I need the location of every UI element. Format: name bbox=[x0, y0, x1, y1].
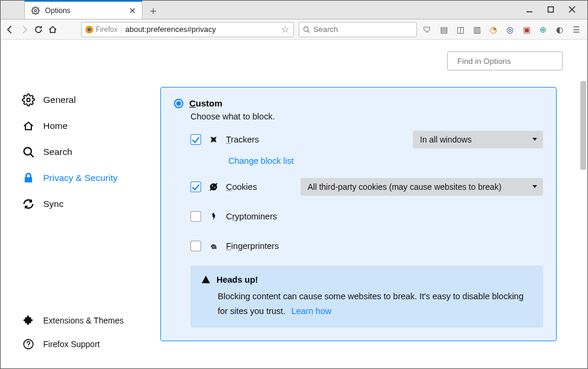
link-extensions[interactable]: Extensions & Themes bbox=[22, 314, 148, 327]
cryptominer-icon bbox=[208, 211, 219, 222]
scrollbar[interactable] bbox=[580, 40, 586, 368]
cookie-icon bbox=[208, 182, 219, 192]
checkbox-trackers[interactable] bbox=[190, 134, 201, 145]
help-icon bbox=[22, 338, 35, 351]
home-icon bbox=[22, 119, 35, 132]
svg-point-7 bbox=[304, 27, 309, 31]
svg-point-18 bbox=[214, 187, 215, 188]
warning-icon bbox=[201, 275, 211, 284]
puzzle-icon bbox=[22, 314, 35, 327]
change-block-list-link[interactable]: Change block list bbox=[228, 156, 293, 166]
category-sync[interactable]: Sync bbox=[22, 191, 148, 217]
category-label: Home bbox=[43, 121, 67, 131]
chevron-down-icon bbox=[532, 138, 537, 141]
trackers-label: TrackersTrackers bbox=[226, 135, 259, 144]
checkbox-cookies[interactable] bbox=[190, 182, 201, 192]
gear-icon bbox=[31, 6, 40, 15]
extension-icon[interactable]: 🛡 bbox=[422, 24, 432, 35]
link-support[interactable]: Firefox Support bbox=[22, 338, 148, 351]
extension-icon[interactable]: ◎ bbox=[505, 24, 515, 35]
chevron-down-icon bbox=[532, 185, 537, 188]
checkbox-cryptominers[interactable] bbox=[190, 211, 201, 222]
category-general[interactable]: General bbox=[22, 87, 148, 113]
cookies-dropdown[interactable]: All third-party cookies (may cause websi… bbox=[301, 178, 543, 196]
trackers-dropdown[interactable]: In all windows bbox=[413, 131, 543, 148]
link-label: Firefox Support bbox=[43, 339, 100, 349]
svg-point-15 bbox=[28, 347, 28, 347]
radio-custom[interactable] bbox=[174, 99, 183, 108]
cryptominers-label: CryptominersCryptominers bbox=[226, 212, 277, 221]
svg-point-0 bbox=[34, 9, 37, 12]
learn-how-link[interactable]: Learn how bbox=[291, 306, 331, 316]
app-menu-button[interactable]: ☰ bbox=[571, 24, 581, 35]
svg-line-8 bbox=[308, 31, 309, 33]
preferences-page: General Home Search Privacy & Security S… bbox=[1, 40, 587, 368]
category-label: Privacy & Security bbox=[43, 173, 118, 183]
category-label: General bbox=[43, 95, 76, 105]
heads-up-body: Blocking content can cause some websites… bbox=[218, 292, 524, 316]
main-panel: CCustomustom Choose what to block. Track… bbox=[148, 40, 587, 368]
url-bar[interactable]: Firefox ☆ bbox=[81, 22, 294, 37]
extension-icon[interactable]: ▤ bbox=[438, 24, 449, 35]
reload-button[interactable] bbox=[34, 23, 43, 36]
category-label: Search bbox=[43, 147, 72, 157]
find-input[interactable] bbox=[457, 57, 557, 66]
custom-heading: CCustomustom bbox=[189, 98, 222, 108]
dropdown-value: All third-party cookies (may cause websi… bbox=[308, 182, 502, 192]
category-sidebar: General Home Search Privacy & Security S… bbox=[1, 40, 148, 368]
home-button[interactable] bbox=[48, 23, 57, 36]
bookmark-star-icon[interactable]: ☆ bbox=[280, 24, 290, 35]
fingerprinters-label: FingerprintersFingerprinters bbox=[226, 241, 279, 251]
url-input[interactable] bbox=[125, 25, 277, 34]
search-bar[interactable] bbox=[299, 22, 417, 37]
nav-toolbar: Firefox ☆ 🛡 ▤ ◫ ▥ ◔ ◎ ▣ ⊕ ◐ ☰ bbox=[1, 20, 587, 40]
extension-icon[interactable]: ◐ bbox=[554, 24, 565, 35]
window-close-button[interactable] bbox=[567, 5, 577, 14]
custom-subtitle: Choose what to block. bbox=[190, 112, 543, 121]
tracker-icon bbox=[208, 134, 219, 145]
svg-rect-2 bbox=[548, 7, 554, 12]
svg-point-6 bbox=[88, 28, 91, 31]
search-input[interactable] bbox=[314, 25, 413, 34]
category-home[interactable]: Home bbox=[22, 113, 148, 139]
gear-icon bbox=[22, 93, 35, 106]
svg-line-13 bbox=[31, 154, 34, 157]
cookies-label: CookiesCookies bbox=[226, 182, 257, 192]
extension-icon[interactable]: ▣ bbox=[521, 24, 532, 35]
search-icon bbox=[22, 145, 35, 158]
window-maximize-button[interactable] bbox=[546, 5, 555, 14]
title-bar: Options ✕ ＋ bbox=[1, 1, 587, 20]
extension-icon[interactable]: ⊕ bbox=[538, 24, 548, 35]
scrollbar-thumb[interactable] bbox=[580, 81, 586, 170]
extension-icon[interactable]: ◫ bbox=[455, 24, 466, 35]
checkbox-fingerprinters[interactable] bbox=[190, 241, 201, 251]
window-minimize-button[interactable] bbox=[525, 5, 534, 14]
fingerprint-icon bbox=[208, 241, 219, 251]
new-tab-button[interactable]: ＋ bbox=[145, 2, 161, 19]
browser-tab[interactable]: Options ✕ bbox=[24, 1, 143, 19]
heads-up-box: Heads up! Blocking content can cause som… bbox=[190, 266, 543, 328]
svg-point-11 bbox=[27, 98, 30, 102]
category-search[interactable]: Search bbox=[22, 139, 148, 165]
back-button[interactable] bbox=[5, 23, 15, 36]
heads-up-title: Heads up! bbox=[217, 275, 258, 284]
tab-title: Options bbox=[45, 7, 124, 15]
lock-icon bbox=[22, 171, 35, 184]
identity-label: Firefox bbox=[96, 25, 118, 34]
link-label: Extensions & Themes bbox=[43, 316, 124, 325]
svg-point-17 bbox=[212, 185, 213, 186]
tab-close-button[interactable]: ✕ bbox=[129, 6, 136, 15]
category-privacy[interactable]: Privacy & Security bbox=[22, 165, 148, 191]
category-label: Sync bbox=[43, 199, 63, 209]
sync-icon bbox=[22, 198, 35, 211]
find-in-options[interactable] bbox=[447, 51, 563, 70]
custom-blocking-card: CCustomustom Choose what to block. Track… bbox=[160, 87, 557, 341]
extension-icon[interactable]: ▥ bbox=[471, 24, 482, 35]
forward-button[interactable] bbox=[20, 23, 29, 36]
extension-icon[interactable]: ◔ bbox=[488, 24, 499, 35]
svg-point-12 bbox=[24, 148, 32, 156]
identity-box[interactable]: Firefox bbox=[85, 25, 122, 34]
dropdown-value: In all windows bbox=[420, 135, 471, 144]
